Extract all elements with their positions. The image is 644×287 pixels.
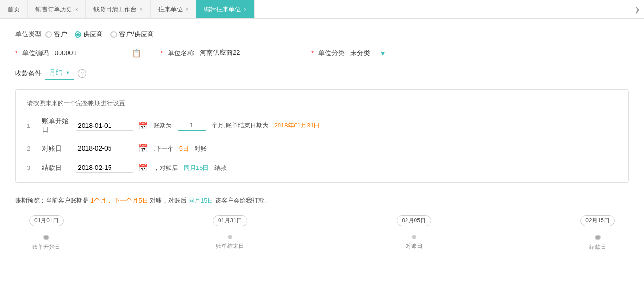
preview-part4: 同月15日 — [188, 197, 213, 204]
unit-category-value: 未分类 — [350, 49, 370, 58]
required-star-cat: * — [311, 50, 314, 57]
timeline-badge-0: 01月01日 — [29, 215, 64, 226]
row2-prefix: ,下一个 — [153, 144, 174, 153]
tab-edit-partner-label: 编辑往来单位 — [204, 5, 241, 14]
row3-prefix: ，对账后 — [153, 164, 178, 172]
tab-partner-unit[interactable]: 往来单位 × — [151, 0, 196, 18]
preview-label: 账期预览：当前客户账期是 — [15, 197, 89, 204]
required-star-code: * — [15, 50, 17, 57]
radio-customer-circle — [45, 31, 52, 38]
radio-supplier[interactable]: 供应商 — [75, 30, 103, 39]
tab-sales-history-label: 销售订单历史 — [35, 5, 72, 14]
period-unit-text: 个月,账单结束日期为 — [212, 121, 269, 130]
timeline: 01月01日 账单开始日 01月31日 账单结束日 02月05日 对账日 02月… — [15, 215, 629, 270]
tab-sales-history-close[interactable]: × — [75, 7, 78, 12]
period-date-input-2[interactable] — [76, 144, 133, 153]
timeline-point-1: 01月31日 账单结束日 — [213, 215, 247, 250]
category-dropdown-icon[interactable]: ▼ — [380, 50, 386, 57]
unit-category-field: * 单位分类 未分类 ▼ — [311, 49, 386, 58]
radio-both[interactable]: 客户/供应商 — [110, 30, 154, 39]
unit-type-field: 单位类型 客户 供应商 客户/供应商 — [15, 30, 154, 39]
timeline-point-0: 01月01日 账单开始日 — [29, 215, 64, 251]
calendar-icon-2[interactable]: 📅 — [138, 144, 148, 153]
tab-cash-work-close[interactable]: × — [139, 7, 142, 12]
arrow-right-icon: ❯ — [635, 6, 640, 13]
timeline-badge-2: 02月05日 — [397, 215, 431, 226]
timeline-points: 01月01日 账单开始日 01月31日 账单结束日 02月05日 对账日 02月… — [29, 215, 615, 251]
tab-home[interactable]: 首页 — [0, 0, 28, 18]
period-num-3: 3 — [27, 164, 36, 171]
radio-customer-label: 客户 — [54, 30, 67, 39]
radio-group: 客户 供应商 客户/供应商 — [45, 30, 154, 39]
radio-customer[interactable]: 客户 — [45, 30, 67, 39]
timeline-dot-1 — [228, 235, 232, 239]
period-date-input-1[interactable] — [76, 121, 133, 131]
tab-arrow[interactable]: ❯ — [631, 0, 644, 18]
period-row-2: 2 对账日 📅 ,下一个 5日 对账 — [27, 144, 617, 153]
timeline-point-3: 02月15日 结款日 — [580, 215, 615, 251]
period-date-input-3[interactable] — [76, 163, 133, 173]
unit-info-row: * 单位编码 📋 * 单位名称 * 单位分类 未分类 ▼ — [15, 48, 629, 58]
tab-edit-partner-close[interactable]: × — [244, 7, 246, 12]
unit-code-input[interactable] — [52, 48, 128, 58]
unit-category-label: 单位分类 — [318, 49, 345, 58]
tab-edit-partner[interactable]: 编辑往来单位 × — [196, 0, 254, 18]
tab-sales-history[interactable]: 销售订单历史 × — [28, 0, 86, 18]
period-end-date: 2018年01月31日 — [274, 121, 320, 130]
question-icon[interactable]: ? — [78, 69, 86, 78]
period-label-1: 账单开始日 — [42, 117, 70, 134]
timeline-dot-3 — [595, 235, 601, 240]
row3-suffix: 结款 — [214, 164, 227, 172]
timeline-point-2: 02月05日 对账日 — [397, 215, 431, 250]
unit-code-icon[interactable]: 📋 — [132, 49, 141, 58]
radio-both-label: 客户/供应商 — [119, 30, 154, 39]
radio-supplier-circle — [75, 31, 81, 38]
unit-name-field: * 单位名称 — [160, 48, 292, 58]
calendar-icon-1[interactable]: 📅 — [138, 121, 148, 130]
radio-both-circle — [110, 31, 117, 38]
preview-section: 账期预览：当前客户账期是 1个月， 下一个月5日 对账，对账后 同月15日 该客… — [15, 190, 629, 274]
tab-cash-work-label: 钱货日清工作台 — [93, 5, 136, 14]
timeline-sublabel-3: 结款日 — [589, 243, 606, 251]
timeline-sublabel-2: 对账日 — [406, 242, 423, 250]
period-box-title: 请按照未来的一个完整帐期进行设置 — [27, 99, 617, 108]
unit-code-field: * 单位编码 📋 — [15, 48, 141, 58]
radio-supplier-label: 供应商 — [83, 30, 103, 39]
period-box: 请按照未来的一个完整帐期进行设置 1 账单开始日 📅 账期为 个月,账单结束日期… — [15, 89, 629, 183]
period-num-2: 2 — [27, 145, 36, 152]
calendar-icon-3[interactable]: 📅 — [138, 163, 148, 172]
period-row-3: 3 结款日 📅 ，对账后 同月15日 结款 — [27, 163, 617, 173]
condition-dropdown-icon: ▼ — [65, 70, 70, 76]
timeline-dot-0 — [43, 235, 49, 240]
period-label-3: 结款日 — [42, 164, 70, 172]
month-input[interactable] — [178, 120, 206, 131]
period-label-text: 账期为 — [153, 121, 172, 130]
unit-type-label: 单位类型 — [15, 30, 42, 39]
unit-name-input[interactable] — [198, 48, 292, 58]
preview-part3: 对账，对账后 — [150, 197, 186, 204]
timeline-sublabel-0: 账单开始日 — [32, 243, 60, 251]
unit-type-row: 单位类型 客户 供应商 客户/供应商 — [15, 30, 629, 39]
payment-condition-label: 收款条件 — [15, 69, 42, 78]
row2-suffix: 对账 — [195, 144, 207, 153]
tab-partner-unit-close[interactable]: × — [186, 7, 188, 12]
tab-cash-work[interactable]: 钱货日清工作台 × — [86, 0, 150, 18]
row3-highlight: 同月15日 — [184, 164, 209, 172]
unit-name-label: 单位名称 — [168, 49, 194, 58]
timeline-badge-1: 01月31日 — [213, 215, 247, 226]
preview-part2: 下一个月5日 — [114, 197, 148, 204]
condition-select[interactable]: 月结 ▼ — [45, 68, 74, 80]
tab-bar: 首页 销售订单历史 × 钱货日清工作台 × 往来单位 × 编辑往来单位 × ❯ — [0, 0, 644, 19]
unit-code-label: 单位编码 — [22, 49, 49, 58]
condition-value: 月结 — [49, 68, 62, 77]
timeline-dot-2 — [412, 235, 416, 239]
preview-part1: 1个月， — [91, 197, 112, 204]
period-num-1: 1 — [27, 122, 36, 129]
period-row-1: 1 账单开始日 📅 账期为 个月,账单结束日期为 2018年01月31日 — [27, 117, 617, 134]
tab-partner-unit-label: 往来单位 — [158, 5, 183, 14]
preview-text: 账期预览：当前客户账期是 1个月， 下一个月5日 对账，对账后 同月15日 该客… — [15, 196, 629, 206]
main-content: 单位类型 客户 供应商 客户/供应商 * 单位编码 — [0, 19, 644, 287]
required-star-name: * — [160, 50, 162, 57]
period-label-2: 对账日 — [42, 144, 70, 153]
payment-condition-row: 收款条件 月结 ▼ ? — [15, 68, 629, 80]
